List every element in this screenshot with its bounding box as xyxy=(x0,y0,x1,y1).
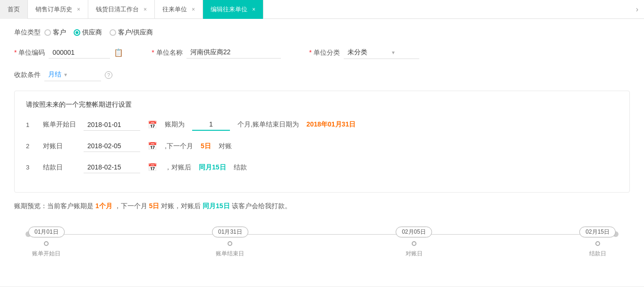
radio-customer[interactable]: 客户 xyxy=(44,28,66,37)
period-calendar-3[interactable]: 📅 xyxy=(148,163,157,172)
payment-terms-label: 收款条件 xyxy=(14,71,41,79)
unit-classify-chevron: ▼ xyxy=(391,50,396,55)
tab-bar: 首页 销售订单历史 × 钱货日清工作台 × 往来单位 × 编辑往来单位 × › xyxy=(0,0,644,19)
period-suffix2-2: 对账 xyxy=(219,142,232,151)
preview-part3: 同月15日 xyxy=(203,202,230,210)
period-suffix-pre-1: 账期为 xyxy=(165,120,185,129)
tab-sales-history[interactable]: 销售订单历史 × xyxy=(28,0,88,19)
unit-name-field: 单位名称 河南供应商22 xyxy=(152,47,280,59)
period-suffix-post-1: 个月,账单结束日期为 xyxy=(237,120,299,129)
tab-edit-partner[interactable]: 编辑往来单位 × xyxy=(203,0,263,19)
timeline-node-3: 02月05日 对账日 xyxy=(396,227,432,258)
period-suffix-2: ,下一个月 xyxy=(165,142,193,151)
timeline-label-4: 结款日 xyxy=(589,250,606,258)
period-date-1: 2018-01-01 xyxy=(84,119,140,131)
period-highlight-3: 同月15日 xyxy=(199,163,226,172)
timeline-badge-4: 02月15日 xyxy=(579,227,616,237)
period-num-3: 3 xyxy=(26,164,35,171)
radio-customer-supplier-circle xyxy=(110,29,116,36)
period-row-2: 2 对账日 2018-02-05 📅 ,下一个月 5日 对账 xyxy=(26,140,618,152)
timeline-badge-3: 02月05日 xyxy=(396,227,432,237)
period-calendar-1[interactable]: 📅 xyxy=(148,120,157,129)
timeline-label-2: 账单结束日 xyxy=(216,250,244,258)
unit-name-label: 单位名称 xyxy=(152,49,182,57)
unit-type-radio-group: 客户 供应商 客户/供应商 xyxy=(44,28,153,37)
tab-partner-units-close[interactable]: × xyxy=(192,6,195,13)
period-row-3: 3 结款日 2018-02-15 📅 ，对账后 同月15日 结款 xyxy=(26,161,618,173)
preview-part2: 5日 xyxy=(149,202,159,210)
unit-code-input[interactable]: 000001 xyxy=(49,47,110,59)
radio-customer-supplier[interactable]: 客户/供应商 xyxy=(110,28,153,37)
preview-text: 账期预览：当前客户账期是 1个月 ，下一个月 5日 对账，对账后 同月15日 该… xyxy=(14,202,630,211)
unit-code-copy-icon[interactable]: 📋 xyxy=(114,48,123,57)
payment-terms-value: 月结 xyxy=(48,70,61,79)
radio-supplier-circle xyxy=(74,29,80,36)
timeline-node-2: 01月31日 账单结束日 xyxy=(212,227,248,258)
timeline-dot-1 xyxy=(44,241,49,246)
timeline-node-1: 01月01日 账单开始日 xyxy=(28,227,65,258)
period-label-3: 结款日 xyxy=(43,163,76,172)
tab-partner-units[interactable]: 往来单位 × xyxy=(155,0,203,19)
tab-home[interactable]: 首页 xyxy=(0,0,28,19)
payment-terms-row: 收款条件 月结 ▼ ? xyxy=(14,68,630,81)
period-calendar-2[interactable]: 📅 xyxy=(148,142,157,151)
timeline-node-4: 02月15日 结款日 xyxy=(579,227,616,258)
payment-terms-select[interactable]: 月结 ▼ xyxy=(44,68,101,81)
period-label-2: 对账日 xyxy=(43,142,76,151)
period-num-1: 1 xyxy=(26,121,35,128)
radio-customer-circle xyxy=(44,29,51,36)
timeline-label-3: 对账日 xyxy=(406,250,423,258)
period-suffix2-3: 结款 xyxy=(234,163,247,172)
period-suffix-3: ，对账后 xyxy=(165,163,191,172)
payment-terms-field: 收款条件 月结 ▼ ? xyxy=(14,68,112,81)
unit-info-row: 单位编码 000001 📋 单位名称 河南供应商22 单位分类 未分类 ▼ xyxy=(14,46,630,59)
preview-part1: 1个月 xyxy=(95,202,112,210)
period-highlight-date-1: 2018年01月31日 xyxy=(306,120,356,129)
payment-terms-chevron: ▼ xyxy=(63,72,68,77)
tab-sales-history-close[interactable]: × xyxy=(77,6,80,13)
tab-cash-work[interactable]: 钱货日清工作台 × xyxy=(88,0,155,19)
section-title: 请按照未来的一个完整帐期进行设置 xyxy=(26,101,618,109)
unit-code-label: 单位编码 xyxy=(14,49,45,57)
period-section: 请按照未来的一个完整帐期进行设置 1 账单开始日 2018-01-01 📅 账期… xyxy=(14,91,630,193)
period-date-3: 2018-02-15 xyxy=(84,161,140,173)
tab-edit-partner-close[interactable]: × xyxy=(252,6,255,13)
tab-cash-work-close[interactable]: × xyxy=(144,6,147,13)
unit-type-row: 单位类型 客户 供应商 客户/供应商 xyxy=(14,28,630,37)
main-content: 单位类型 客户 供应商 客户/供应商 单位编码 000001 xyxy=(0,19,644,286)
period-highlight-2: 5日 xyxy=(201,142,211,151)
timeline-badge-2: 01月31日 xyxy=(212,227,248,237)
period-date-2: 2018-02-05 xyxy=(84,140,140,152)
timeline-wrapper: 01月01日 账单开始日 01月31日 账单结束日 02月05日 对账日 02月… xyxy=(14,222,630,277)
tab-expand-button[interactable]: › xyxy=(630,5,644,14)
timeline-label-1: 账单开始日 xyxy=(32,250,60,258)
unit-classify-select[interactable]: 未分类 ▼ xyxy=(344,46,419,59)
unit-classify-label: 单位分类 xyxy=(309,49,340,57)
unit-name-input[interactable]: 河南供应商22 xyxy=(186,47,281,59)
period-months-input[interactable]: 1 xyxy=(192,118,230,131)
period-num-2: 2 xyxy=(26,143,35,150)
unit-type-label: 单位类型 xyxy=(14,28,41,37)
unit-code-field: 单位编码 000001 📋 xyxy=(14,47,123,59)
unit-classify-field: 单位分类 未分类 ▼ xyxy=(309,46,419,59)
timeline-dot-3 xyxy=(412,241,416,246)
timeline-dot-2 xyxy=(228,241,232,246)
unit-type-field: 单位类型 客户 供应商 客户/供应商 xyxy=(14,28,153,37)
period-row-1: 1 账单开始日 2018-01-01 📅 账期为 1 个月,账单结束日期为 20… xyxy=(26,118,618,131)
timeline-badge-1: 01月01日 xyxy=(28,227,65,237)
payment-terms-help-icon[interactable]: ? xyxy=(105,71,112,79)
period-label-1: 账单开始日 xyxy=(43,120,76,129)
timeline-dot-4 xyxy=(595,241,600,246)
timeline-nodes: 01月01日 账单开始日 01月31日 账单结束日 02月05日 对账日 02月… xyxy=(28,227,616,258)
radio-supplier[interactable]: 供应商 xyxy=(74,28,102,37)
